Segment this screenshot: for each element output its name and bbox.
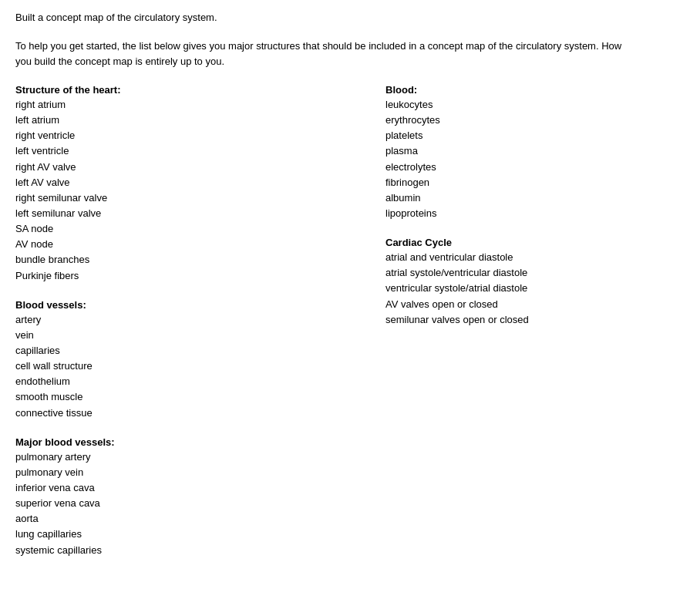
right-section-0-item-3: plasma [385,143,665,159]
right-section-0-item-6: albumin [385,190,665,206]
left-section-1-item-2: capillaries [15,343,247,358]
content-columns: Structure of the heart:right atriumleft … [15,84,665,574]
left-section-0-item-2: right ventricle [15,128,247,143]
right-section-0-heading: Blood: [385,84,665,96]
left-section-2-item-1: pulmonary vein [15,465,247,480]
right-section-0-item-5: fibrinogen [385,175,665,190]
right-section-0: Blood:leukocyteserythrocytesplateletspla… [385,84,665,221]
left-section-0-item-9: AV node [15,237,247,252]
left-section-1-item-6: connective tissue [15,406,247,421]
left-section-0: Structure of the heart:right atriumleft … [15,84,247,284]
left-section-2-item-0: pulmonary artery [15,449,247,465]
left-section-2-heading: Major blood vessels: [15,436,247,448]
left-section-2-item-4: aorta [15,511,247,527]
right-section-1-item-1: atrial systole/ventricular diastole [385,265,665,281]
right-section-1-item-4: semilunar valves open or closed [385,312,665,328]
page-title: Built a concept map of the circulatory s… [15,12,665,23]
left-section-1-heading: Blood vessels: [15,299,247,311]
left-section-2-item-2: inferior vena cava [15,480,247,496]
left-section-0-item-4: right AV valve [15,160,247,175]
left-section-1-item-4: endothelium [15,374,247,389]
left-section-1-item-5: smooth muscle [15,389,247,405]
left-section-0-item-7: left semilunar valve [15,206,247,221]
left-section-1: Blood vessels:arteryveincapillariescell … [15,299,247,421]
left-section-1-item-1: vein [15,328,247,343]
left-section-0-item-0: right atrium [15,97,247,113]
right-section-1-heading: Cardiac Cycle [385,237,665,248]
left-section-0-item-8: SA node [15,221,247,237]
right-section-1: Cardiac Cycleatrial and ventricular dias… [385,237,665,328]
left-section-0-item-5: left AV valve [15,175,247,190]
left-section-1-item-3: cell wall structure [15,358,247,374]
right-section-0-item-4: electrolytes [385,160,665,175]
left-section-0-item-11: Purkinje fibers [15,268,247,284]
left-section-0-item-10: bundle branches [15,252,247,268]
right-section-0-item-1: erythrocytes [385,113,665,128]
left-column: Structure of the heart:right atriumleft … [15,84,262,574]
right-section-0-item-7: lipoproteins [385,206,665,221]
right-section-0-item-2: platelets [385,128,665,143]
left-section-0-item-3: left ventricle [15,143,247,159]
intro-text: To help you get started, the list below … [15,39,632,69]
right-section-0-item-0: leukocytes [385,97,665,113]
left-section-2-item-3: superior vena cava [15,496,247,511]
left-section-0-item-6: right semilunar valve [15,190,247,206]
right-section-1-item-2: ventricular systole/atrial diastole [385,281,665,296]
left-section-2-item-5: lung capillaries [15,527,247,542]
left-section-2: Major blood vessels:pulmonary arterypulm… [15,436,247,558]
left-section-0-heading: Structure of the heart: [15,84,247,96]
right-section-1-item-3: AV valves open or closed [385,297,665,312]
right-column: Blood:leukocyteserythrocytesplateletspla… [262,84,665,574]
left-section-1-item-0: artery [15,312,247,328]
left-section-2-item-6: systemic capillaries [15,543,247,558]
right-section-1-item-0: atrial and ventricular diastole [385,250,665,265]
left-section-0-item-1: left atrium [15,113,247,128]
